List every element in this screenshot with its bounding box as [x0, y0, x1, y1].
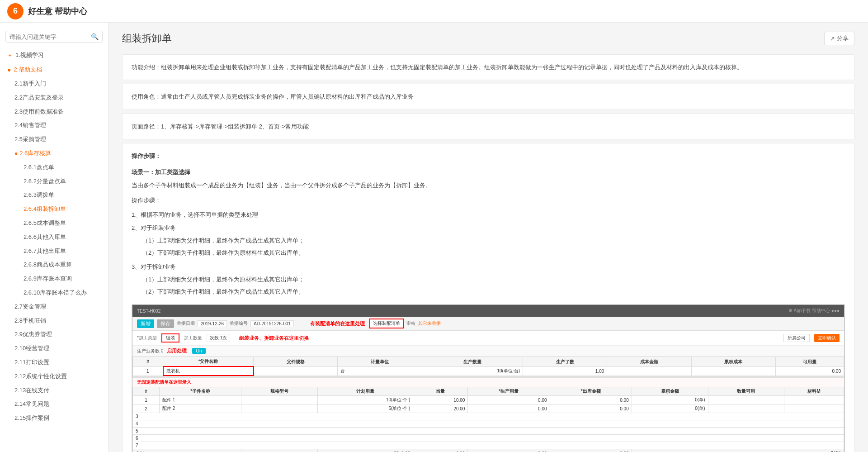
sidebar-item-video[interactable]: ＋ 1.视频学习	[0, 48, 108, 62]
search-input[interactable]	[9, 33, 91, 40]
sidebar-item-cases[interactable]: 2.15操作案例	[14, 411, 108, 425]
footer-total-1	[241, 449, 318, 452]
sidebar-item-mobile[interactable]: 2.8手机旺铺	[14, 314, 108, 328]
sub-row1-acc: 0(单)	[632, 396, 708, 404]
sub-row1-use: 0.00	[468, 396, 550, 404]
step2a: （1）上部明细为父件明细，最终作为产成品生成其它入库单；	[132, 235, 845, 246]
step3: 3、对于拆卸业务	[132, 262, 845, 272]
sidebar-item-coupon[interactable]: 2.9优惠券管理	[14, 328, 108, 342]
search-box[interactable]: 🔍	[5, 31, 103, 43]
footer-total-6: 0(单)	[632, 449, 844, 452]
sidebar-item-data[interactable]: 2.3使用前数据准备	[14, 105, 108, 119]
sub-row1-no: 1	[133, 396, 160, 404]
sub-col-plan-qty: 计划用量	[318, 387, 413, 396]
type-annotation: 组装业务、拆卸业务在这里切换	[239, 335, 309, 342]
app-nav-icons: ⚙ App下载 帮助中心 ●●●	[788, 308, 840, 314]
steps-sub-title: 操作步骤：	[132, 195, 845, 205]
lower-annotation: 无固定装配清单在这里录入	[132, 378, 844, 387]
sub-row2-acc: 0(单)	[632, 404, 708, 413]
sidebar-item-fund[interactable]: 2.7资金管理	[14, 300, 108, 314]
scenario1-desc: 当由多个子件材料组装成一个成品的业务为【组装】业务，当由一个父件拆分成多个子产品…	[132, 180, 845, 190]
sub-row7: 7	[133, 442, 844, 449]
row1-prod-done: 1.00	[523, 366, 607, 376]
sidebar-item-newcomer[interactable]: 2.1新手入门	[14, 77, 108, 91]
page-header: 组装拆卸单 ↗ 分享	[122, 32, 854, 45]
sub-col-equiv: 当量	[413, 387, 468, 396]
logo-icon: 6	[7, 3, 24, 19]
sidebar-item-print[interactable]: 2.11打印设置	[14, 356, 108, 370]
sidebar-item-custom[interactable]: 2.12系统个性化设置	[14, 370, 108, 384]
review-label: 审核	[406, 320, 415, 327]
col-cost: 成本金额	[607, 357, 691, 367]
num-value: AD-20191226-001	[250, 320, 294, 327]
config-highlight: 选择装配清单	[369, 319, 404, 328]
sidebar-item-docs[interactable]: ● 2.帮助文档	[0, 62, 108, 77]
sub-col-no: #	[133, 387, 160, 396]
col-acc-cost: 累积成本	[691, 357, 775, 367]
sidebar-item-stocktake[interactable]: 2.6.1盘点单	[24, 161, 108, 175]
footer-total-label: 合计	[133, 449, 241, 452]
share-button[interactable]: ↗ 分享	[824, 32, 854, 45]
sub-row1-mat	[784, 396, 844, 404]
row1-prod-qty: 10(单位·台)	[422, 366, 523, 376]
row1-cost	[607, 366, 691, 376]
row1-spec	[254, 366, 338, 376]
step2: 2、对于组装业务	[132, 223, 845, 233]
content-area: 组装拆卸单 ↗ 分享 功能介绍：组装拆卸单用来处理企业组装或拆卸等加工业务，支持…	[108, 23, 868, 452]
sub-row2-avail	[708, 404, 784, 413]
row1-acc-cost	[691, 366, 775, 376]
sidebar-item-pay[interactable]: 2.13在线支付	[14, 384, 108, 398]
step3b: （2）下部明细为子件明细，最终作为产成品生成其它入库单。	[132, 286, 845, 297]
sidebar-item-cost-recalc[interactable]: 2.6.8商品成本重算	[24, 258, 108, 272]
sub-row2-mat	[784, 404, 844, 413]
num-label: 单据编号	[230, 320, 248, 327]
sidebar-item-other-out[interactable]: 2.6.7其他出库单	[24, 244, 108, 258]
sub-row1-avail	[708, 396, 784, 404]
sub-col-acc-amt: 累积金额	[632, 387, 708, 396]
sidebar-sub-inventory: 2.6.1盘点单 2.6.2分量盘点单 2.6.3调拨单 2.6.4组装拆卸单 …	[14, 161, 108, 300]
sub-row1-equiv: 10.00	[413, 396, 468, 404]
sidebar-item-purchase[interactable]: 2.5采购管理	[14, 133, 108, 147]
header: 6 好生意 帮助中心	[0, 0, 868, 23]
sidebar-item-split-stocktake[interactable]: 2.6.2分量盘点单	[24, 175, 108, 189]
app-chrome: TEST-H002 ⚙ App下载 帮助中心 ●●●	[132, 305, 844, 317]
page-title: 组装拆卸单	[122, 32, 172, 45]
share-icon: ↗	[830, 35, 835, 42]
sidebar-item-inventory[interactable]: ● 2.6库存核算	[14, 147, 108, 161]
sub-col-name: *子件名称	[160, 387, 241, 396]
col-parent-name: *父件名称	[163, 357, 254, 367]
sidebar-item-cost-adjust[interactable]: 2.6.5成本调整单	[24, 216, 108, 230]
col-no: #	[133, 357, 163, 367]
sidebar-item-inv-error[interactable]: 2.6.10库存账本错了么办	[24, 286, 108, 300]
app-toolbar: 新增 保存 单据日期 2019-12-26 单据编号 AD-20191226-0…	[132, 317, 844, 331]
sub-row2-name: 配件 2	[160, 404, 241, 413]
path-block: 页面路径：1、库存核算->库存管理->组装拆卸单 2、首页->常用功能	[122, 114, 854, 139]
search-icon: 🔍	[91, 33, 99, 40]
sidebar-item-faq[interactable]: 2.14常见问题	[14, 397, 108, 411]
steps-title: 操作步骤：	[132, 151, 845, 161]
row1-unit: 台	[338, 366, 422, 376]
sidebar-item-inv-query[interactable]: 2.6.9库存账本查询	[24, 272, 108, 286]
sidebar-item-transfer[interactable]: 2.6.3调拨单	[24, 188, 108, 202]
scenario1-title: 场景一：加工类型选择	[132, 167, 845, 177]
sub-row3: 3	[133, 413, 844, 420]
sub-row2-equiv: 20.00	[413, 404, 468, 413]
date-label: 单据日期	[177, 320, 195, 327]
sub-row2-out: 0.00	[550, 404, 632, 413]
sidebar-item-sales[interactable]: 2.4销售管理	[14, 119, 108, 133]
sidebar-item-assembly[interactable]: 2.6.4组装拆卸单	[24, 202, 108, 216]
qty-value: 次数 1次	[207, 334, 230, 342]
sub-row1-out: 0.00	[550, 396, 632, 404]
footer-total-5: 0.00	[550, 449, 632, 452]
intro-text: 功能介绍：组装拆卸单用来处理企业组装或拆卸等加工业务，支持有固定装配清单的产品加…	[132, 62, 845, 72]
biz-unit: 所属公司	[783, 334, 810, 342]
col-prod-done: 生产了数	[523, 357, 607, 367]
lower-table: 无固定装配清单在这里录入 # *子件名称 规格型号 计划用量 当量 *生产用量	[132, 378, 844, 452]
qty-label: 加工数量	[184, 335, 202, 341]
sidebar-item-install[interactable]: 2.2产品安装及登录	[14, 91, 108, 105]
sidebar-item-other-in[interactable]: 2.6.6其他入库单	[24, 230, 108, 244]
col-prod-qty: 生产数量	[422, 357, 523, 367]
sub-row2-use: 0.00	[468, 404, 550, 413]
sidebar-item-ops[interactable]: 2.10经营管理	[14, 342, 108, 356]
sub-row1-name: 配件 1	[160, 396, 241, 404]
